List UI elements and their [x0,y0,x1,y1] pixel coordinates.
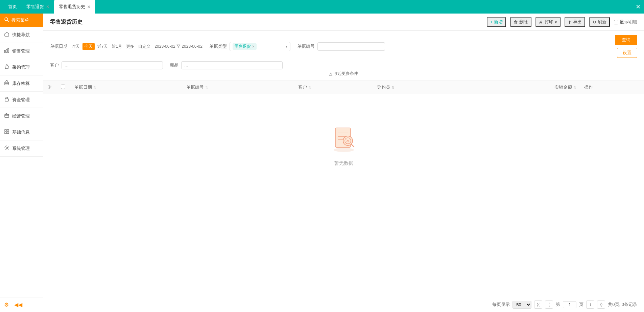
tab-retail-return-history-close[interactable]: ✕ [87,4,91,9]
main-layout: 搜索菜单 快捷导航 销售管理 采购管理 库存核算 [0,14,644,312]
th-amount[interactable]: 实销金额 [468,81,580,94]
doc-type-select[interactable]: 零售退货 ✕ ▾ [230,42,290,51]
volume-icon[interactable]: ◀◀ [14,302,22,308]
print-button[interactable]: 🖨 打印 ▾ [535,17,560,27]
refresh-button[interactable]: ↻ 刷新 [589,17,610,27]
box-icon [4,80,9,87]
filter-actions: 查询 设置 [615,35,637,58]
sidebar-item-label: 资金管理 [12,97,30,103]
date-btn-yesterday[interactable]: 昨天 [70,43,81,50]
top-bar: 首页 零售退货 ✕ 零售退货历史 ✕ ✕ [0,0,644,14]
goods-label: 商品 [170,62,178,68]
print-icon: 🖨 [539,20,543,25]
query-button[interactable]: 查询 [615,35,637,45]
th-checkbox[interactable] [57,81,70,94]
date-btn-more[interactable]: 更多 [125,43,136,50]
svg-rect-10 [5,130,6,131]
tab-retail-return[interactable]: 零售退货 ✕ [22,0,54,14]
sidebar-item-label: 销售管理 [12,48,30,54]
svg-point-16 [334,148,354,152]
th-actions: 操作 [580,81,644,94]
tab-home-label: 首页 [8,4,17,10]
customer-label: 客户 [50,62,59,68]
th-doc-date[interactable]: 单据日期 [70,81,182,94]
date-buttons: 昨天 今天 近7天 近1月 更多 自定义 [70,43,152,50]
goods-select[interactable]: ... [181,61,283,69]
sidebar-item-purchase-mgmt[interactable]: 采购管理 [0,59,43,75]
date-btn-custom[interactable]: 自定义 [137,43,152,50]
sidebar-item-quick-nav[interactable]: 快捷导航 [0,27,43,43]
date-btn-7days[interactable]: 近7天 [96,43,109,50]
page-number-input[interactable] [563,301,576,308]
empty-text: 暂无数据 [334,160,353,166]
first-page-button[interactable]: ⟨⟨ [534,300,542,309]
delete-button[interactable]: 🗑 删除 [510,17,531,27]
new-button[interactable]: + 新增 [487,17,506,27]
settings-icon [4,145,9,152]
customer-select[interactable]: ... [62,61,163,69]
content-area: 零售退货历史 + 新增 🗑 删除 🖨 打印 ▾ ⬆ 导出 ↻ [43,14,644,312]
chart-icon [4,48,9,54]
prev-page-button[interactable]: ⟨ [545,300,553,309]
sidebar-item-sales-mgmt[interactable]: 销售管理 [0,43,43,59]
th-settings[interactable] [43,81,57,94]
next-page-button[interactable]: ⟩ [586,300,594,309]
sidebar-item-operations[interactable]: 经营管理 [0,108,43,124]
empty-illustration [327,121,361,155]
total-records: 共0页, 0条记录 [608,302,637,308]
sidebar: 搜索菜单 快捷导航 销售管理 采购管理 库存核算 [0,14,43,312]
tab-list: 首页 零售退货 ✕ 零售退货历史 ✕ [3,0,636,14]
date-range-display: 2023-06-02 至 2023-06-02 [154,44,202,49]
select-all-checkbox[interactable] [61,85,65,89]
svg-line-24 [351,144,354,147]
th-customer[interactable]: 客户 [294,81,373,94]
doc-type-filter-group: 单据类型 零售退货 ✕ ▾ [209,42,290,51]
sidebar-item-finance[interactable]: 资金管理 [0,92,43,108]
gear-icon[interactable]: ⚙ [4,302,9,308]
svg-point-15 [49,86,50,88]
doc-type-label: 单据类型 [209,43,227,49]
search-icon [4,17,9,23]
doc-type-tag-close[interactable]: ✕ [252,45,255,48]
customer-filter-group: 客户 ... [50,61,163,69]
date-btn-today[interactable]: 今天 [82,43,95,50]
tab-retail-return-history[interactable]: 零售退货历史 ✕ [54,0,95,14]
export-icon: ⬆ [568,20,572,25]
lock-icon [4,96,9,103]
date-btn-1month[interactable]: 近1月 [111,43,124,50]
collapse-label: 收起更多条件 [334,71,358,76]
svg-rect-2 [4,50,5,52]
show-detail-checkbox[interactable] [614,20,618,24]
show-detail-checkbox-label[interactable]: 显示明细 [614,19,637,25]
sidebar-item-inventory[interactable]: 库存核算 [0,75,43,92]
table-header-row: 单据日期 单据编号 客户 导购员 实销金额 [43,81,644,94]
goods-filter-group: 商品 ... [170,61,283,69]
filter-settings-button[interactable]: 设置 [617,48,637,58]
sidebar-item-basic-info[interactable]: 基础信息 [0,124,43,140]
last-page-button[interactable]: ⟩⟩ [597,300,605,309]
th-guide[interactable]: 导购员 [373,81,468,94]
tab-home[interactable]: 首页 [3,0,22,14]
doc-type-dropdown-icon: ▾ [286,45,287,48]
sidebar-item-system-mgmt[interactable]: 系统管理 [0,140,43,157]
sidebar-item-label: 快捷导航 [12,32,30,38]
page-label: 第 [556,302,560,308]
page-size-label: 每页显示 [492,302,510,308]
sidebar-search[interactable]: 搜索菜单 [0,14,43,27]
delete-icon: 🗑 [514,20,518,25]
tab-retail-return-label: 零售退货 [26,4,44,10]
bag-icon [4,64,9,70]
tab-retail-return-close[interactable]: ✕ [46,4,49,9]
window-close-button[interactable]: ✕ [636,3,641,10]
grid-icon [4,129,9,135]
svg-point-0 [5,18,8,21]
export-button[interactable]: ⬆ 导出 [565,17,585,27]
goods-ellipsis: ... [184,63,188,68]
th-doc-no[interactable]: 单据编号 [182,81,294,94]
doc-no-input[interactable] [317,42,385,51]
collapse-button[interactable]: △ 收起更多条件 [329,71,358,76]
page-size-select[interactable]: 50 10 20 100 [512,301,531,309]
doc-no-label: 单据编号 [297,43,315,49]
date-filter-label: 单据日期 [50,43,68,49]
svg-rect-7 [5,99,8,101]
